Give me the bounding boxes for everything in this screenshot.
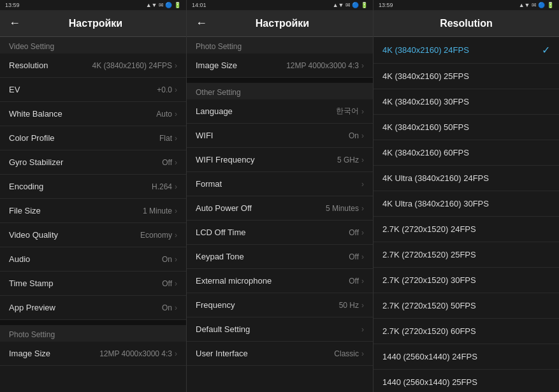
setting-image-size-1[interactable]: Image Size 12MP 4000x3000 4:3 › xyxy=(0,342,186,366)
res-label-3: 4K (3840x2160) 50FPS xyxy=(382,122,469,132)
icons-right-1: ▲▼ ✉ 🔵 🔋 xyxy=(146,2,181,8)
resolution-title: Resolution xyxy=(382,18,550,29)
setting-language[interactable]: Language 한국어 › xyxy=(187,99,373,124)
label-time-stamp: Time Stamp xyxy=(9,279,54,288)
label-image-size-1: Image Size xyxy=(9,349,50,358)
setting-wifi-freq[interactable]: WIFI Frequency 5 GHz › xyxy=(187,148,373,172)
chevron-ui: › xyxy=(361,349,364,358)
label-audio: Audio xyxy=(9,254,30,264)
setting-auto-power[interactable]: Auto Power Off 5 Minutes › xyxy=(187,196,373,221)
setting-gyro[interactable]: Gyro Stabilizer Off › xyxy=(0,150,186,175)
setting-format[interactable]: Format › xyxy=(187,172,373,196)
chevron-resolution: › xyxy=(175,61,177,70)
chevron-wifi-freq: › xyxy=(361,156,364,164)
resolution-item-1[interactable]: 4K (3840x2160) 25FPS xyxy=(374,64,559,89)
setting-default[interactable]: Default Setting › xyxy=(187,317,373,342)
resolution-item-10[interactable]: 2.7K (2720x1520) 50FPS xyxy=(374,293,559,319)
setting-audio[interactable]: Audio On › xyxy=(0,247,186,272)
value-encoding: H.264 › xyxy=(152,182,177,191)
value-app-preview: On › xyxy=(162,303,177,312)
setting-encoding[interactable]: Encoding H.264 › xyxy=(0,175,186,199)
chevron-ext-mic: › xyxy=(361,277,364,286)
panel-resolution: 13:59 ▲▼ ✉ 🔵 🔋 Resolution 4K (3840x2160)… xyxy=(374,0,559,392)
icons-right-3: ▲▼ ✉ 🔵 🔋 xyxy=(519,2,554,8)
resolution-item-12[interactable]: 1440 (2560x1440) 24FPS xyxy=(374,344,559,370)
chevron-file-size: › xyxy=(175,207,177,215)
label-ui: User Interface xyxy=(196,349,248,358)
setting-ext-mic[interactable]: External microphone Off › xyxy=(187,269,373,293)
label-encoding: Encoding xyxy=(9,182,43,191)
time-1: 13:59 xyxy=(5,2,20,8)
label-auto-power: Auto Power Off xyxy=(196,203,252,213)
res-label-9: 2.7K (2720x1520) 30FPS xyxy=(382,275,476,285)
resolution-item-11[interactable]: 2.7K (2720x1520) 60FPS xyxy=(374,319,559,344)
res-label-4: 4K (3840x2160) 60FPS xyxy=(382,148,469,157)
res-label-2: 4K (3840x2160) 30FPS xyxy=(382,97,469,106)
header-1: ← Настройки xyxy=(0,10,186,37)
setting-wifi[interactable]: WIFI On › xyxy=(187,124,373,148)
resolution-item-0[interactable]: 4K (3840x2160) 24FPS ✓ xyxy=(374,37,559,64)
chevron-language: › xyxy=(361,107,364,116)
res-label-11: 2.7K (2720x1520) 60FPS xyxy=(382,326,476,336)
chevron-image-size-2: › xyxy=(361,61,364,70)
value-audio: On › xyxy=(162,255,177,264)
res-label-12: 1440 (2560x1440) 24FPS xyxy=(382,352,477,361)
setting-frequency[interactable]: Frequency 50 Hz › xyxy=(187,293,373,317)
resolution-item-4[interactable]: 4K (3840x2160) 60FPS xyxy=(374,140,559,166)
setting-ev[interactable]: EV +0.0 › xyxy=(0,78,186,102)
resolution-item-9[interactable]: 2.7K (2720x1520) 30FPS xyxy=(374,268,559,293)
header-2: ← Настройки xyxy=(187,10,373,37)
value-format: › xyxy=(359,180,364,189)
resolution-item-8[interactable]: 2.7K (2720x1520) 25FPS xyxy=(374,242,559,268)
res-label-7: 2.7K (2720x1520) 24FPS xyxy=(382,224,476,234)
value-video-quality: Economy › xyxy=(140,231,177,240)
res-label-8: 2.7K (2720x1520) 25FPS xyxy=(382,250,476,259)
resolution-item-5[interactable]: 4K Ultra (3840x2160) 24FPS xyxy=(374,166,559,191)
setting-lcd-off[interactable]: LCD Off Time Off › xyxy=(187,221,373,245)
label-default: Default Setting xyxy=(196,324,250,334)
chevron-video-quality: › xyxy=(175,231,177,240)
label-ev: EV xyxy=(9,85,20,94)
header-3: Resolution xyxy=(374,10,559,37)
setting-color-profile[interactable]: Color Profile Flat › xyxy=(0,126,186,150)
value-lcd-off: Off › xyxy=(349,228,364,237)
resolution-item-3[interactable]: 4K (3840x2160) 50FPS xyxy=(374,115,559,140)
label-file-size: File Size xyxy=(9,206,41,215)
setting-app-preview[interactable]: App Preview On › xyxy=(0,296,186,320)
resolution-item-2[interactable]: 4K (3840x2160) 30FPS xyxy=(374,89,559,115)
back-button-1[interactable]: ← xyxy=(9,17,20,30)
res-label-13: 1440 (2560x1440) 25FPS xyxy=(382,377,477,387)
setting-white-balance[interactable]: White Balance Auto › xyxy=(0,102,186,126)
setting-video-quality[interactable]: Video Quality Economy › xyxy=(0,223,186,247)
settings-list-1: Video Setting Resolution 4K (3840x2160) … xyxy=(0,37,186,392)
check-icon-0: ✓ xyxy=(542,44,550,56)
setting-resolution[interactable]: Resolution 4K (3840x2160) 24FPS › xyxy=(0,54,186,78)
value-keypad-tone: Off › xyxy=(349,252,364,261)
resolution-item-7[interactable]: 2.7K (2720x1520) 24FPS xyxy=(374,217,559,242)
title-2: Настройки xyxy=(214,18,351,29)
resolution-item-6[interactable]: 4K Ultra (3840x2160) 30FPS xyxy=(374,191,559,217)
label-language: Language xyxy=(196,106,233,116)
label-white-balance: White Balance xyxy=(9,109,62,119)
setting-file-size[interactable]: File Size 1 Minute › xyxy=(0,199,186,223)
label-keypad-tone: Keypad Tone xyxy=(196,252,244,261)
settings-list-2: Photo Setting Image Size 12MP 4000x3000 … xyxy=(187,37,373,392)
setting-ui[interactable]: User Interface Classic › xyxy=(187,342,373,366)
chevron-audio: › xyxy=(175,255,177,264)
setting-time-stamp[interactable]: Time Stamp Off › xyxy=(0,272,186,296)
label-format: Format xyxy=(196,179,222,189)
time-2: 14:01 xyxy=(192,2,207,8)
chevron-auto-power: › xyxy=(361,204,364,213)
label-app-preview: App Preview xyxy=(9,303,55,312)
setting-keypad-tone[interactable]: Keypad Tone Off › xyxy=(187,245,373,269)
label-wifi-freq: WIFI Frequency xyxy=(196,155,254,164)
back-button-2[interactable]: ← xyxy=(196,17,207,30)
setting-image-size-2[interactable]: Image Size 12MP 4000x3000 4:3 › xyxy=(187,54,373,78)
status-bar-2: 14:01 ▲▼ ✉ 🔵 🔋 xyxy=(187,0,373,10)
icons-right-2: ▲▼ ✉ 🔵 🔋 xyxy=(333,2,368,8)
chevron-encoding: › xyxy=(175,182,177,191)
value-file-size: 1 Minute › xyxy=(143,207,177,215)
resolution-item-13[interactable]: 1440 (2560x1440) 25FPS xyxy=(374,370,559,392)
chevron-white-balance: › xyxy=(175,110,177,119)
chevron-image-size-1: › xyxy=(175,349,177,358)
